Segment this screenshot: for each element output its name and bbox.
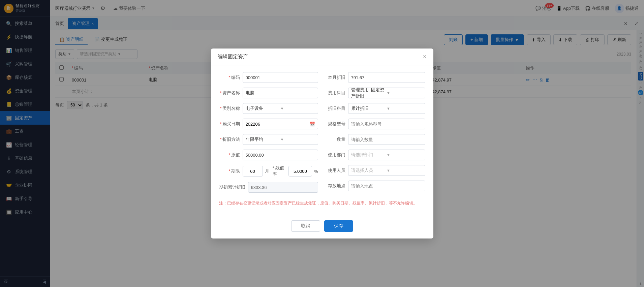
field-monthly-depreciation: 本月折旧 bbox=[326, 72, 425, 83]
dialog-body: 编码 资产名称 类别名称 电子设备 ▼ bbox=[211, 65, 433, 216]
purchase-date-label: 购买日期 bbox=[219, 121, 243, 127]
asset-name-label: 资产名称 bbox=[219, 90, 243, 96]
department-placeholder: 请选择部门 bbox=[351, 152, 387, 158]
monthly-depreciation-label: 本月折旧 bbox=[326, 74, 348, 81]
period-input[interactable] bbox=[243, 166, 263, 177]
category-label: 类别名称 bbox=[219, 105, 243, 111]
field-depreciation-method: 折旧方法 年限平均 ▼ bbox=[219, 134, 318, 145]
depreciation-method-arrow: ▼ bbox=[280, 137, 315, 141]
user-person-label: 使用人员 bbox=[326, 167, 348, 173]
calendar-icon[interactable]: 📅 bbox=[307, 122, 318, 127]
dialog-title: 编辑固定资产 bbox=[218, 54, 248, 60]
original-value-label: 原值 bbox=[219, 152, 243, 158]
field-category: 类别名称 电子设备 ▼ bbox=[219, 103, 318, 114]
depreciation-method-value: 年限平均 bbox=[246, 136, 280, 142]
initial-depreciation-label: 期初累计折旧 bbox=[219, 184, 248, 190]
field-asset-name: 资产名称 bbox=[219, 88, 318, 98]
original-value-input[interactable] bbox=[243, 150, 318, 160]
edit-asset-dialog: 编辑固定资产 × 编码 资产名称 bbox=[211, 49, 433, 238]
field-user-person: 使用人员 请选择人员 ▼ bbox=[326, 165, 425, 176]
category-select[interactable]: 电子设备 ▼ bbox=[243, 103, 318, 114]
field-initial-depreciation: 期初累计折旧 bbox=[219, 182, 318, 193]
department-arrow: ▼ bbox=[387, 153, 422, 157]
period-residual-row: 月 * 残值率 % bbox=[243, 165, 318, 177]
depreciation-subject-label: 折旧科目 bbox=[326, 105, 348, 111]
period-label: 期限 bbox=[219, 168, 243, 174]
monthly-depreciation-input[interactable] bbox=[348, 72, 425, 83]
user-person-select[interactable]: 请选择人员 ▼ bbox=[348, 165, 425, 176]
department-select[interactable]: 请选择部门 ▼ bbox=[348, 150, 425, 160]
depreciation-method-select[interactable]: 年限平均 ▼ bbox=[243, 134, 318, 145]
save-button[interactable]: 保存 bbox=[324, 220, 353, 232]
expense-subject-select[interactable]: 管理费用_固定资产折旧 ▼ bbox=[348, 88, 425, 98]
expense-subject-label: 费用科目 bbox=[326, 90, 348, 96]
residual-pct-label: % bbox=[314, 169, 318, 174]
category-select-value: 电子设备 bbox=[246, 105, 280, 111]
field-spec-model: 规格型号 bbox=[326, 119, 425, 129]
expense-subject-value: 管理费用_固定资产折旧 bbox=[351, 87, 387, 99]
depreciation-subject-arrow: ▼ bbox=[387, 106, 422, 110]
field-code: 编码 bbox=[219, 72, 318, 83]
field-depreciation-subject: 折旧科目 累计折旧 ▼ bbox=[326, 103, 425, 114]
department-label: 使用部门 bbox=[326, 152, 348, 158]
user-person-placeholder: 请选择人员 bbox=[351, 167, 387, 173]
quantity-input[interactable] bbox=[348, 134, 425, 145]
dialog-right-column: 本月折旧 费用科目 管理费用_固定资产折旧 ▼ 折旧科目 bbox=[326, 72, 425, 197]
purchase-date-input[interactable] bbox=[243, 122, 307, 127]
field-purchase-date: 购买日期 📅 bbox=[219, 119, 318, 129]
field-original-value: 原值 bbox=[219, 150, 318, 160]
field-period-residual: 期限 月 * 残值率 % bbox=[219, 165, 318, 177]
field-quantity: 数量 bbox=[326, 134, 425, 145]
depreciation-method-label: 折旧方法 bbox=[219, 136, 243, 142]
field-storage-location: 存放地点 bbox=[326, 181, 425, 191]
residual-rate-label: * 残值率 bbox=[273, 165, 286, 177]
asset-name-input[interactable] bbox=[243, 88, 318, 98]
spec-model-input[interactable] bbox=[348, 119, 425, 129]
quantity-label: 数量 bbox=[326, 136, 348, 142]
code-input[interactable] bbox=[243, 72, 318, 83]
initial-depreciation-input bbox=[248, 182, 318, 193]
dialog-note: 注：已经存在变更记录或者对应固定资产已经生成凭证，原值、购买日期、残值率、累计折… bbox=[219, 197, 425, 209]
code-label: 编码 bbox=[219, 74, 243, 81]
dialog-left-column: 编码 资产名称 类别名称 电子设备 ▼ bbox=[219, 72, 318, 197]
spec-model-label: 规格型号 bbox=[326, 121, 348, 127]
dialog-header: 编辑固定资产 × bbox=[211, 49, 433, 65]
dialog-close-btn[interactable]: × bbox=[423, 53, 427, 60]
dialog-footer: 取消 保存 bbox=[211, 216, 433, 238]
field-department: 使用部门 请选择部门 ▼ bbox=[326, 150, 425, 160]
field-expense-subject: 费用科目 管理费用_固定资产折旧 ▼ bbox=[326, 88, 425, 98]
dialog-overlay: 编辑固定资产 × 编码 资产名称 bbox=[0, 0, 644, 287]
depreciation-subject-value: 累计折旧 bbox=[351, 105, 387, 111]
purchase-date-picker[interactable]: 📅 bbox=[243, 119, 318, 129]
depreciation-subject-select[interactable]: 累计折旧 ▼ bbox=[348, 103, 425, 114]
user-person-arrow: ▼ bbox=[387, 168, 422, 172]
storage-location-label: 存放地点 bbox=[326, 183, 348, 189]
residual-rate-input[interactable] bbox=[288, 166, 312, 177]
cancel-button[interactable]: 取消 bbox=[291, 220, 320, 232]
expense-subject-arrow: ▼ bbox=[387, 91, 422, 95]
category-select-arrow: ▼ bbox=[280, 106, 315, 110]
storage-location-input[interactable] bbox=[348, 181, 425, 191]
period-unit-label: 月 bbox=[265, 168, 269, 174]
